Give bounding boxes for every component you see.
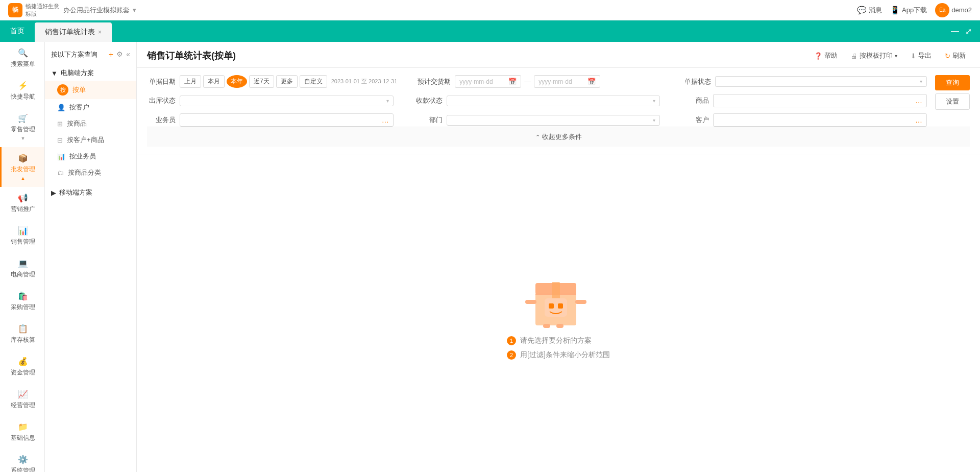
sidebar-item-wholesale[interactable]: 📦 批发管理 ▲ — [0, 147, 44, 187]
message-btn[interactable]: 💬 消息 — [857, 6, 882, 15]
scheme-section-mobile-title[interactable]: ▶ 移动端方案 — [45, 185, 136, 200]
left-panel: 按以下方案查询 + ⚙ « ▼ 电脑端方案 按 按单 👤 按客户 ⊞ — [45, 42, 137, 472]
sidebar-item-marketing[interactable]: 📢 营销推广 — [0, 187, 44, 220]
this-month-btn[interactable]: 本月 — [203, 75, 225, 88]
user-area[interactable]: Ea demo2 — [935, 3, 972, 17]
calendar-icon-end: 📅 — [587, 78, 596, 85]
scheme-item-by-category[interactable]: 🗂 按商品分类 — [45, 164, 136, 181]
scheme-item-by-order[interactable]: 按 按单 — [45, 81, 136, 99]
more-date-btn[interactable]: 更多 — [276, 75, 298, 88]
sales-icon: 📊 — [18, 226, 28, 235]
scheme-item-by-salesperson[interactable]: 📊 按业务员 — [45, 148, 136, 164]
app-download-btn[interactable]: 📱 App下载 — [890, 6, 927, 15]
svg-rect-7 — [525, 300, 536, 304]
set-btn[interactable]: 设置 — [935, 93, 970, 110]
refresh-btn[interactable]: ↻ 刷新 — [941, 49, 970, 62]
maximize-btn[interactable]: ⤢ — [965, 27, 972, 36]
basic-icon: 📁 — [18, 422, 28, 432]
filter-cell-customer: 客户 … — [680, 113, 927, 127]
custom-date-btn[interactable]: 自定义 — [300, 75, 327, 88]
salesperson-more-btn[interactable]: … — [382, 116, 389, 124]
this-year-btn[interactable]: 本年 — [227, 75, 247, 88]
sidebar-item-basic[interactable]: 📁 基础信息 — [0, 416, 44, 449]
filter-cell-delivery: 预计交货期 yyyy-mm-dd 📅 — yyyy-mm-dd 📅 — [418, 75, 662, 88]
sidebar-item-inventory[interactable]: 📋 库存核算 — [0, 318, 44, 350]
date-btn-group: 上月 本月 本年 近7天 更多 自定义 — [180, 75, 327, 88]
empty-hint-2: 2 用[过滤]条件来缩小分析范围 — [507, 350, 610, 360]
empty-illustration — [520, 267, 597, 328]
help-btn[interactable]: ❓ 帮助 — [810, 49, 842, 62]
logo-area: 畅 畅捷通好生意 标版 — [8, 3, 59, 17]
pay-status-select[interactable]: ▾ — [447, 96, 660, 106]
goods-more-btn[interactable]: … — [915, 97, 922, 105]
retail-icon: 🛒 — [18, 113, 28, 123]
print-btn[interactable]: 🖨 按模板打印 ▾ — [847, 49, 901, 62]
goods-label: 商品 — [680, 96, 709, 105]
collapse-bar[interactable]: ⌃ 收起更多条件 — [147, 127, 970, 147]
date-sep: — — [524, 78, 531, 85]
date-input-group: yyyy-mm-dd 📅 — yyyy-mm-dd 📅 — [455, 75, 600, 88]
sidebar-item-finance[interactable]: 💰 资金管理 — [0, 350, 44, 383]
ship-status-select[interactable]: ▾ — [180, 96, 394, 106]
empty-hint-1: 1 请先选择要分析的方案 — [507, 336, 610, 345]
customer-more-btn[interactable]: … — [915, 116, 922, 124]
goods-input[interactable]: … — [713, 94, 927, 107]
chevron-down-icon: ▾ — [386, 98, 389, 104]
scheme-section-pc: ▼ 电脑端方案 按 按单 👤 按客户 ⊞ 按商品 ⊟ 按客户+商品 📊 按业务员 — [45, 63, 136, 183]
dept-select[interactable]: ▾ — [447, 115, 660, 126]
chevron-down-icon[interactable]: ▾ — [133, 6, 136, 14]
customer-input[interactable]: … — [713, 113, 927, 127]
scheme-item-by-customer[interactable]: 👤 按客户 — [45, 99, 136, 115]
settings-scheme-btn[interactable]: ⚙ — [116, 50, 123, 59]
content-area: 销售订单统计表(按单) ❓ 帮助 🖨 按模板打印 ▾ ⬇ 导出 ↻ 刷新 — [137, 42, 980, 472]
print-dropdown-icon[interactable]: ▾ — [895, 53, 897, 59]
date-input-end[interactable]: yyyy-mm-dd 📅 — [534, 75, 600, 88]
nav-tab-actions: — ⤢ — [951, 20, 980, 42]
tab-sales-order-stats[interactable]: 销售订单统计表 × — [35, 22, 112, 42]
sidebar-item-shortcut[interactable]: ⚡ 快捷导航 — [0, 75, 44, 107]
pay-status-label: 收款状态 — [414, 96, 443, 105]
date-input-start[interactable]: yyyy-mm-dd 📅 — [455, 75, 521, 88]
query-btn[interactable]: 查询 — [935, 75, 970, 90]
left-panel-header-actions: + ⚙ « — [109, 50, 130, 59]
chevron-down-icon: ▾ — [653, 117, 655, 123]
logo-text: 畅捷通好生意 标版 — [26, 3, 59, 17]
sidebar-item-sales[interactable]: 📊 销售管理 — [0, 220, 44, 252]
sidebar-item-retail[interactable]: 🛒 零售管理 ▼ — [0, 107, 44, 147]
7days-btn[interactable]: 近7天 — [249, 75, 274, 88]
scheme-item-by-goods[interactable]: ⊞ 按商品 — [45, 115, 136, 132]
prev-month-btn[interactable]: 上月 — [180, 75, 201, 88]
help-icon: ❓ — [814, 52, 822, 60]
scheme-section-pc-title[interactable]: ▼ 电脑端方案 — [45, 65, 136, 81]
avatar: Ea — [935, 3, 949, 17]
inventory-icon: 📋 — [18, 324, 28, 334]
left-panel-header: 按以下方案查询 + ⚙ « — [45, 46, 136, 63]
filter-cell-dept: 部门 ▾ — [414, 115, 660, 126]
tab-home[interactable]: 首页 — [0, 20, 35, 42]
message-icon: 💬 — [857, 6, 867, 15]
hint-num-2: 2 — [507, 350, 516, 360]
chevron-right-icon: ▶ — [51, 189, 56, 197]
svg-rect-8 — [575, 300, 586, 304]
scheme-item-icon-circle: 按 — [57, 84, 68, 96]
export-btn[interactable]: ⬇ 导出 — [906, 49, 936, 62]
sidebar-item-purchase[interactable]: 🛍️ 采购管理 — [0, 285, 44, 318]
filter-section: 单据日期 上月 本月 本年 近7天 更多 自定义 2023-01-01 至 20… — [137, 68, 980, 154]
status-select[interactable]: ▾ — [715, 76, 927, 87]
date-label: 单据日期 — [147, 77, 176, 86]
svg-rect-9 — [543, 324, 550, 328]
filter-row-1: 单据日期 上月 本月 本年 近7天 更多 自定义 2023-01-01 至 20… — [147, 75, 927, 88]
salesperson-label: 业务员 — [147, 115, 176, 125]
sidebar-item-system[interactable]: ⚙️ 系统管理 — [0, 449, 44, 472]
add-scheme-btn[interactable]: + — [109, 50, 113, 59]
minimize-btn[interactable]: — — [951, 27, 959, 36]
tab-close-icon[interactable]: × — [98, 29, 102, 36]
collapse-panel-btn[interactable]: « — [126, 50, 130, 59]
top-bar: 畅 畅捷通好生意 标版 办公用品行业模拟账套 ▾ 💬 消息 📱 App下载 Ea… — [0, 0, 980, 20]
sidebar-item-operation[interactable]: 📈 经营管理 — [0, 383, 44, 416]
salesperson-input[interactable]: … — [180, 113, 394, 127]
scheme-item-by-customer-goods[interactable]: ⊟ 按客户+商品 — [45, 132, 136, 148]
sidebar-item-ecommerce[interactable]: 💻 电商管理 — [0, 252, 44, 285]
operation-icon: 📈 — [18, 389, 28, 399]
sidebar-item-search[interactable]: 🔍 搜索菜单 — [0, 42, 44, 75]
